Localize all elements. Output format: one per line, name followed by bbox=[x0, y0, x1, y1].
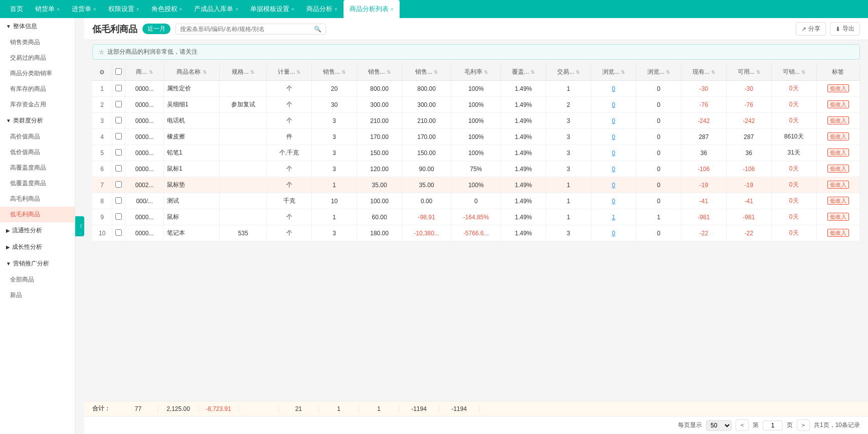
nav-product-entry[interactable]: 产成品入库单 × bbox=[188, 0, 244, 18]
sidebar-item-category-assist[interactable]: 商品分类助销率 bbox=[0, 66, 75, 81]
row-select-checkbox[interactable] bbox=[115, 165, 122, 172]
search-icon[interactable]: 🔍 bbox=[314, 26, 321, 33]
row-spec bbox=[220, 129, 267, 145]
col-sales-qty[interactable]: 销售... ⇅ bbox=[312, 64, 357, 81]
row-select-checkbox[interactable] bbox=[115, 229, 122, 236]
row-current-stock: -76 bbox=[681, 97, 726, 113]
col-view2[interactable]: 浏览... ⇅ bbox=[636, 64, 681, 81]
sidebar-item-low-margin[interactable]: 低毛利商品 bbox=[0, 207, 75, 222]
row-select-checkbox[interactable] bbox=[115, 85, 122, 91]
close-icon[interactable]: × bbox=[291, 7, 294, 12]
col-sales-amount[interactable]: 销售... ⇅ bbox=[357, 64, 402, 81]
row-view1[interactable]: 0 bbox=[591, 129, 636, 145]
page-number-input[interactable] bbox=[763, 420, 783, 430]
row-select-checkbox[interactable] bbox=[115, 117, 122, 123]
sidebar-section-marketing[interactable]: ▼ 营销推广分析 bbox=[0, 255, 75, 272]
search-input[interactable] bbox=[180, 26, 314, 33]
sidebar-item-new-products[interactable]: 新品 bbox=[0, 287, 75, 303]
close-icon[interactable]: × bbox=[180, 7, 183, 12]
select-all-checkbox[interactable] bbox=[115, 68, 122, 75]
row-view1[interactable]: 0 bbox=[591, 145, 636, 161]
row-available-stock: -242 bbox=[726, 113, 771, 129]
row-checkbox[interactable] bbox=[112, 145, 125, 161]
row-select-checkbox[interactable] bbox=[115, 213, 122, 220]
row-view1[interactable]: 0 bbox=[591, 81, 636, 97]
col-sales-profit[interactable]: 销售... ⇅ bbox=[402, 64, 451, 81]
close-icon[interactable]: × bbox=[136, 7, 139, 12]
row-select-checkbox[interactable] bbox=[115, 181, 122, 188]
close-icon[interactable]: × bbox=[57, 7, 60, 12]
sidebar-collapse-button[interactable]: 《 bbox=[75, 216, 84, 236]
row-view1[interactable]: 0 bbox=[591, 225, 636, 241]
sidebar-section-growth[interactable]: ▶ 成长性分析 bbox=[0, 239, 75, 255]
sidebar-item-high-margin[interactable]: 高毛利商品 bbox=[0, 191, 75, 207]
sidebar-item-sales-products[interactable]: 销售类商品 bbox=[0, 35, 75, 50]
col-current-stock[interactable]: 现有... ⇅ bbox=[681, 64, 726, 81]
sidebar-item-all-products[interactable]: 全部商品 bbox=[0, 272, 75, 287]
sidebar-item-low-value[interactable]: 低价值商品 bbox=[0, 144, 75, 160]
sidebar-section-overall[interactable]: ▼ 整体信息 bbox=[0, 18, 75, 35]
share-button[interactable]: ↗ 分享 bbox=[796, 22, 826, 36]
sidebar-item-traded-products[interactable]: 交易过的商品 bbox=[0, 50, 75, 66]
row-num: 5 bbox=[92, 145, 112, 161]
col-saleable-days[interactable]: 可销... ⇅ bbox=[771, 64, 816, 81]
nav-home[interactable]: 首页 bbox=[4, 0, 29, 18]
nav-product-analysis[interactable]: 商品分析 × bbox=[300, 0, 343, 18]
sidebar-item-high-value[interactable]: 高价值商品 bbox=[0, 129, 75, 144]
nav-role-auth[interactable]: 角色授权 × bbox=[145, 0, 189, 18]
row-checkbox[interactable] bbox=[112, 161, 125, 177]
nav-permissions[interactable]: 权限设置 × bbox=[102, 0, 145, 18]
sidebar-item-capital-occupy[interactable]: 库存资金占用 bbox=[0, 97, 75, 112]
close-icon[interactable]: × bbox=[391, 7, 394, 12]
row-checkbox[interactable] bbox=[112, 97, 125, 113]
row-view1[interactable]: 0 bbox=[591, 177, 636, 193]
col-name[interactable]: 商品名称 ⇅ bbox=[163, 64, 219, 81]
row-view1[interactable]: 0 bbox=[591, 193, 636, 209]
col-view1[interactable]: 浏览... ⇅ bbox=[591, 64, 636, 81]
col-tag[interactable]: 标签 bbox=[816, 64, 859, 81]
next-page-button[interactable]: ＞ bbox=[797, 419, 810, 431]
col-spec[interactable]: 规格... ⇅ bbox=[220, 64, 267, 81]
row-view1[interactable]: 0 bbox=[591, 161, 636, 177]
time-filter-button[interactable]: 近一月 bbox=[142, 24, 170, 34]
row-select-checkbox[interactable] bbox=[115, 197, 122, 204]
prev-page-button[interactable]: ＜ bbox=[736, 419, 749, 431]
row-checkbox[interactable] bbox=[112, 225, 125, 241]
row-select-checkbox[interactable] bbox=[115, 149, 122, 156]
nav-product-analysis-list[interactable]: 商品分析列表 × bbox=[343, 0, 400, 18]
row-saleable-days: 31天 bbox=[771, 145, 816, 161]
row-checkbox[interactable] bbox=[112, 193, 125, 209]
col-margin[interactable]: 毛利率 ⇅ bbox=[451, 64, 501, 81]
row-sales-qty: 3 bbox=[312, 113, 357, 129]
sidebar-item-in-stock[interactable]: 有库存的商品 bbox=[0, 81, 75, 97]
row-view1[interactable]: 1 bbox=[591, 209, 636, 225]
col-available-stock[interactable]: 可用... ⇅ bbox=[726, 64, 771, 81]
col-coverage[interactable]: 覆盖... ⇅ bbox=[501, 64, 546, 81]
row-code: 0002... bbox=[125, 177, 164, 193]
close-icon[interactable]: × bbox=[93, 7, 96, 12]
sidebar-item-high-coverage[interactable]: 高覆盖度商品 bbox=[0, 160, 75, 176]
col-settings[interactable]: ⚙ bbox=[92, 64, 112, 81]
row-select-checkbox[interactable] bbox=[115, 101, 122, 107]
col-unit[interactable]: 计量... ⇅ bbox=[267, 64, 312, 81]
per-page-select[interactable]: 50 100 200 bbox=[706, 420, 732, 431]
nav-sales-order[interactable]: 销货单 × bbox=[29, 0, 66, 18]
sidebar-section-flow[interactable]: ▶ 流通性分析 bbox=[0, 222, 75, 239]
sidebar-item-low-coverage[interactable]: 低覆盖度商品 bbox=[0, 176, 75, 191]
nav-purchase-order[interactable]: 进货单 × bbox=[66, 0, 102, 18]
row-checkbox[interactable] bbox=[112, 209, 125, 225]
row-checkbox[interactable] bbox=[112, 177, 125, 193]
close-icon[interactable]: × bbox=[235, 7, 238, 12]
export-button[interactable]: ⬇ 导出 bbox=[830, 22, 860, 36]
row-checkbox[interactable] bbox=[112, 129, 125, 145]
sidebar-section-cluster[interactable]: ▼ 类群度分析 bbox=[0, 112, 75, 129]
row-view1[interactable]: 0 bbox=[591, 113, 636, 129]
row-select-checkbox[interactable] bbox=[115, 133, 122, 139]
row-view1[interactable]: 0 bbox=[591, 97, 636, 113]
nav-template-settings[interactable]: 单据模板设置 × bbox=[244, 0, 300, 18]
row-checkbox[interactable] bbox=[112, 113, 125, 129]
close-icon[interactable]: × bbox=[334, 7, 337, 12]
row-checkbox[interactable] bbox=[112, 81, 125, 97]
col-code[interactable]: 商... ⇅ bbox=[125, 64, 164, 81]
col-trade[interactable]: 交易... ⇅ bbox=[546, 64, 591, 81]
